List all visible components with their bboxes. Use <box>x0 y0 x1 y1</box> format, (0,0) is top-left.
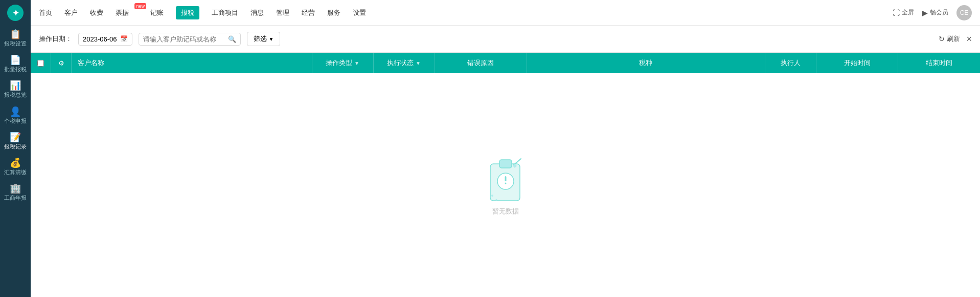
sidebar-item-label: 报税总览 <box>4 92 27 98</box>
svg-rect-3 <box>505 176 506 181</box>
search-input[interactable] <box>143 35 225 43</box>
th-checkbox[interactable] <box>31 53 51 73</box>
user-avatar[interactable]: CE <box>956 5 972 20</box>
empty-text: 暂无数据 <box>492 207 519 216</box>
svg-point-7 <box>491 195 493 197</box>
sidebar-item-label: 批量报税 <box>4 66 27 73</box>
member-button[interactable]: ▶ 畅会员 <box>922 8 948 17</box>
main: 首页 客户 收费 票据 new 记账 报税 工商项目 消息 管理 经营 服务 设… <box>31 0 980 297</box>
sidebar-item-gongshang-nianbao[interactable]: 🏢 工商年报 <box>0 180 31 205</box>
svg-rect-1 <box>499 160 512 168</box>
content: 操作日期： 2023-06-06 📅 🔍 筛选 ▼ ↻ 刷新 × <box>31 26 980 297</box>
chevron-down-icon: ▼ <box>269 36 274 42</box>
logo-icon: ✦ <box>7 5 24 21</box>
sidebar-item-huisuan-jiaona[interactable]: 💰 汇算清缴 <box>0 154 31 180</box>
th-executor: 执行人 <box>765 53 816 73</box>
date-label: 操作日期： <box>39 34 72 44</box>
topnav-fuwu[interactable]: 服务 <box>327 6 340 19</box>
fullscreen-label: 全屏 <box>902 8 914 17</box>
topnav-customer[interactable]: 客户 <box>64 6 78 19</box>
th-end: 结束时间 <box>898 53 980 73</box>
topnav: 首页 客户 收费 票据 new 记账 报税 工商项目 消息 管理 经营 服务 设… <box>31 0 980 26</box>
th-tax: 税种 <box>527 53 766 73</box>
sidebar-item-label: 报税记录 <box>4 143 27 150</box>
new-badge: new <box>134 3 146 9</box>
select-all-checkbox[interactable] <box>37 60 44 67</box>
th-op-type[interactable]: 操作类型 ▼ <box>312 53 374 73</box>
th-status[interactable]: 执行状态 ▼ <box>374 53 435 73</box>
topnav-jizhan[interactable]: 记账 <box>150 6 164 19</box>
refresh-button[interactable]: ↻ 刷新 <box>939 34 960 44</box>
refresh-icon: ↻ <box>939 35 945 43</box>
sidebar-item-label: 报税设置 <box>4 40 27 47</box>
baoshui-shezhi-icon: 📋 <box>10 30 21 39</box>
empty-icon <box>485 155 526 201</box>
filter-button[interactable]: 筛选 ▼ <box>247 32 281 46</box>
th-customer: 客户名称 <box>72 53 312 73</box>
topnav-gongshang[interactable]: 工商项目 <box>212 6 238 19</box>
huisuan-jiaona-icon: 💰 <box>10 158 21 167</box>
topnav-piaoju[interactable]: 票据 new <box>116 6 138 19</box>
piliang-baoshui-icon: 📄 <box>10 55 21 65</box>
sidebar-item-label: 个税申报 <box>4 118 27 124</box>
filter-label: 筛选 <box>254 34 267 44</box>
filter-icon: ▼ <box>354 60 359 66</box>
empty-state: 暂无数据 <box>31 73 980 297</box>
filter-icon: ▼ <box>416 60 421 66</box>
topnav-items: 首页 客户 收费 票据 new 记账 报税 工商项目 消息 管理 经营 服务 设… <box>39 6 893 19</box>
baoshui-zonglaan-icon: 📊 <box>10 81 21 90</box>
topnav-home[interactable]: 首页 <box>39 6 52 19</box>
topnav-guanli[interactable]: 管理 <box>276 6 289 19</box>
sidebar-item-piliang-baoshui[interactable]: 📄 批量报税 <box>0 51 31 77</box>
settings-icon: ⚙ <box>58 59 64 67</box>
sidebar-item-baoshui-zonglaan[interactable]: 📊 报税总览 <box>0 77 31 102</box>
search-icon: 🔍 <box>228 35 236 43</box>
member-label: 畅会员 <box>930 8 948 17</box>
svg-rect-4 <box>505 182 506 184</box>
toolbar: 操作日期： 2023-06-06 📅 🔍 筛选 ▼ ↻ 刷新 × <box>31 26 980 53</box>
sidebar-logo: ✦ <box>0 0 31 26</box>
topnav-shezhi[interactable]: 设置 <box>353 6 366 19</box>
table-header: ⚙ 客户名称 操作类型 ▼ 执行状态 ▼ 错误原因 税种 <box>31 53 980 73</box>
video-icon: ▶ <box>922 9 928 17</box>
gongshang-nianbao-icon: 🏢 <box>10 184 21 193</box>
table: ⚙ 客户名称 操作类型 ▼ 执行状态 ▼ 错误原因 税种 <box>31 53 980 297</box>
sidebar-item-baoshui-shezhi[interactable]: 📋 报税设置 <box>0 26 31 51</box>
refresh-label: 刷新 <box>947 34 960 44</box>
svg-point-8 <box>495 199 497 200</box>
date-value: 2023-06-06 <box>83 35 117 43</box>
sidebar-item-label: 工商年报 <box>4 195 27 201</box>
sidebar: ✦ 📋 报税设置 📄 批量报税 📊 报税总览 👤 个税申报 📝 报税记录 💰 汇… <box>0 0 31 297</box>
topnav-right: ⛶ 全屏 ▶ 畅会员 CE <box>893 5 972 20</box>
search-box[interactable]: 🔍 <box>139 33 241 46</box>
user-initials: CE <box>960 9 969 16</box>
topnav-xiaoxi[interactable]: 消息 <box>250 6 264 19</box>
baoshui-jilu-icon: 📝 <box>10 133 21 142</box>
th-settings[interactable]: ⚙ <box>51 53 72 73</box>
calendar-icon: 📅 <box>120 35 128 43</box>
th-start: 开始时间 <box>816 53 898 73</box>
sidebar-item-label: 汇算清缴 <box>4 169 27 176</box>
topnav-jingying[interactable]: 经营 <box>302 6 315 19</box>
close-button[interactable]: × <box>966 34 972 44</box>
topnav-shoufei[interactable]: 收费 <box>90 6 103 19</box>
th-error: 错误原因 <box>435 53 527 73</box>
topnav-baoshui[interactable]: 报税 <box>176 6 199 19</box>
geshuishenbao-icon: 👤 <box>10 107 21 116</box>
sidebar-item-geshuishenbao[interactable]: 👤 个税申报 <box>0 103 31 129</box>
date-input[interactable]: 2023-06-06 📅 <box>78 33 132 46</box>
sidebar-item-baoshui-jilu[interactable]: 📝 报税记录 <box>0 129 31 154</box>
fullscreen-button[interactable]: ⛶ 全屏 <box>893 8 914 17</box>
fullscreen-icon: ⛶ <box>893 9 900 17</box>
